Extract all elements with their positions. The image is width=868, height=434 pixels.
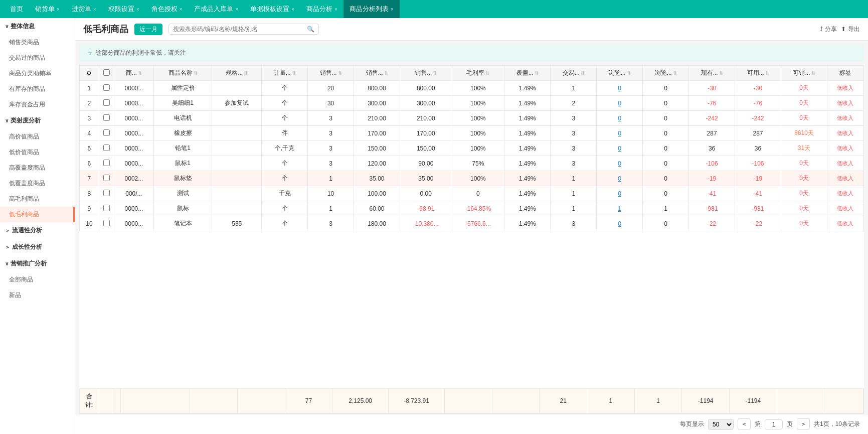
nav-close-icon[interactable]: × (391, 7, 394, 12)
nav-close-icon[interactable]: × (57, 7, 60, 12)
row-view1[interactable]: 0 (597, 216, 643, 231)
sidebar-item-low-value[interactable]: 低价值商品 (0, 144, 75, 160)
sidebar-item-high-coverage[interactable]: 高覆盖度商品 (0, 160, 75, 176)
row-select-checkbox[interactable] (103, 84, 110, 91)
sidebar-section-flow[interactable]: ＞ 流通性分析 (0, 222, 75, 239)
row-select-checkbox[interactable] (103, 129, 110, 136)
select-all-checkbox[interactable] (103, 69, 110, 76)
row-select-checkbox[interactable] (103, 220, 110, 226)
nav-purchase-order[interactable]: 进货单 × (66, 0, 102, 18)
row-checkbox[interactable] (99, 156, 114, 171)
row-sales-amount: 800.00 (354, 81, 400, 96)
row-select-checkbox[interactable] (103, 205, 110, 211)
nav-close-icon[interactable]: × (334, 7, 337, 12)
row-select-checkbox[interactable] (103, 190, 110, 196)
nav-product-analysis[interactable]: 商品分析 × (300, 0, 343, 18)
nav-close-icon[interactable]: × (180, 7, 183, 12)
sidebar-item-sales-products[interactable]: 销售类商品 (0, 35, 75, 50)
page-size-select[interactable]: 50 20 100 (708, 419, 734, 430)
nav-permission-setting[interactable]: 权限设置 × (102, 0, 145, 18)
row-name: 鼠标1 (154, 156, 212, 171)
export-button[interactable]: ⬆ 导出 (841, 25, 860, 34)
nav-home[interactable]: 首页 (4, 0, 29, 18)
search-input[interactable] (173, 26, 307, 33)
row-view1[interactable]: 0 (597, 186, 643, 201)
row-view1[interactable]: 0 (597, 81, 643, 96)
sidebar-item-inventory-products[interactable]: 有库存的商品 (0, 81, 75, 97)
row-select-checkbox[interactable] (103, 160, 110, 166)
row-available: -242 (735, 111, 781, 126)
table-row: 4 0000... 橡皮擦 件 3 170.00 170.00 100% 1.4… (80, 126, 864, 141)
row-checkbox[interactable] (99, 141, 114, 156)
row-checkbox[interactable] (99, 96, 114, 111)
sidebar-section-growth[interactable]: ＞ 成长性分析 (0, 239, 75, 255)
row-tag: 低收入 (827, 186, 863, 201)
row-name: 吴细细1 (154, 96, 212, 111)
row-sales-profit: 0.00 (400, 186, 452, 201)
sidebar-section-overall[interactable]: ∨ 整体信息 (0, 18, 75, 35)
nav-template-setting[interactable]: 单据模板设置 × (244, 0, 300, 18)
sidebar-item-high-margin[interactable]: 高毛利商品 (0, 191, 75, 207)
row-view1[interactable]: 0 (597, 126, 643, 141)
search-icon[interactable]: 🔍 (307, 26, 314, 33)
row-view1[interactable]: 0 (597, 111, 643, 126)
nav-close-icon[interactable]: × (291, 7, 294, 12)
nav-close-icon[interactable]: × (93, 7, 96, 12)
share-button[interactable]: ⤴ 分享 (820, 25, 837, 34)
row-checkbox[interactable] (99, 201, 114, 216)
sidebar-item-category-rate[interactable]: 商品分类助销率 (0, 66, 75, 81)
collapse-icon: ∨ (5, 24, 9, 29)
filter-recent-month-button[interactable]: 近一月 (134, 24, 162, 35)
next-page-button[interactable]: ＞ (797, 418, 810, 430)
row-view1[interactable]: 0 (597, 141, 643, 156)
row-sales-amount: 180.00 (354, 216, 400, 231)
row-checkbox[interactable] (99, 111, 114, 126)
nav-sales-order[interactable]: 销货单 × (29, 0, 66, 18)
sidebar-section-marketing[interactable]: ∨ 营销推广分析 (0, 255, 75, 272)
sidebar-item-high-value[interactable]: 高价值商品 (0, 129, 75, 144)
col-settings[interactable]: ⚙ (80, 66, 99, 81)
sidebar-item-all-products[interactable]: 全部商品 (0, 272, 75, 287)
total-view1: 1 (587, 389, 635, 413)
current-page-input[interactable] (765, 419, 783, 429)
row-coverage: 1.49% (504, 81, 551, 96)
sidebar-item-low-margin[interactable]: 低毛利商品 (0, 207, 75, 222)
row-tag: 低收入 (827, 81, 863, 96)
row-select-checkbox[interactable] (103, 114, 110, 121)
sidebar-item-new-products[interactable]: 新品 (0, 287, 75, 303)
sidebar-item-inventory-capital[interactable]: 库存资金占用 (0, 97, 75, 112)
page-title: 低毛利商品 (83, 23, 128, 35)
row-view1[interactable]: 1 (597, 201, 643, 216)
row-checkbox[interactable] (99, 216, 114, 231)
row-available: -41 (735, 186, 781, 201)
row-code: 0000... (114, 96, 153, 111)
row-num: 3 (80, 111, 99, 126)
row-unit: 个 (262, 111, 308, 126)
sidebar-item-low-coverage[interactable]: 低覆盖度商品 (0, 176, 75, 191)
col-name: 商品名称⇅ (154, 66, 212, 81)
nav-close-icon[interactable]: × (136, 7, 139, 12)
nav-close-icon[interactable]: × (235, 7, 238, 12)
nav-product-analysis-list[interactable]: 商品分析列表 × (343, 0, 400, 18)
row-checkbox[interactable] (99, 186, 114, 201)
row-tag: 低收入 (827, 201, 863, 216)
col-checkbox[interactable] (99, 66, 114, 81)
sidebar-item-traded-products[interactable]: 交易过的商品 (0, 50, 75, 66)
row-checkbox[interactable] (99, 171, 114, 186)
row-select-checkbox[interactable] (103, 144, 110, 151)
row-view1[interactable]: 0 (597, 156, 643, 171)
row-select-checkbox[interactable] (103, 99, 110, 106)
row-checkbox[interactable] (99, 126, 114, 141)
row-sales-count: 3 (308, 156, 354, 171)
row-view1[interactable]: 0 (597, 96, 643, 111)
prev-page-button[interactable]: ＜ (738, 418, 751, 430)
sidebar-section-dimension[interactable]: ∨ 类射度分析 (0, 112, 75, 129)
row-coverage: 1.49% (504, 96, 551, 111)
row-view1[interactable]: 0 (597, 171, 643, 186)
row-checkbox[interactable] (99, 81, 114, 96)
nav-product-inbound[interactable]: 产成品入库单 × (188, 0, 244, 18)
row-select-checkbox[interactable] (103, 175, 110, 181)
row-num: 6 (80, 156, 99, 171)
total-info: 共1页，10条记录 (814, 420, 860, 428)
nav-role-auth[interactable]: 角色授权 × (145, 0, 189, 18)
